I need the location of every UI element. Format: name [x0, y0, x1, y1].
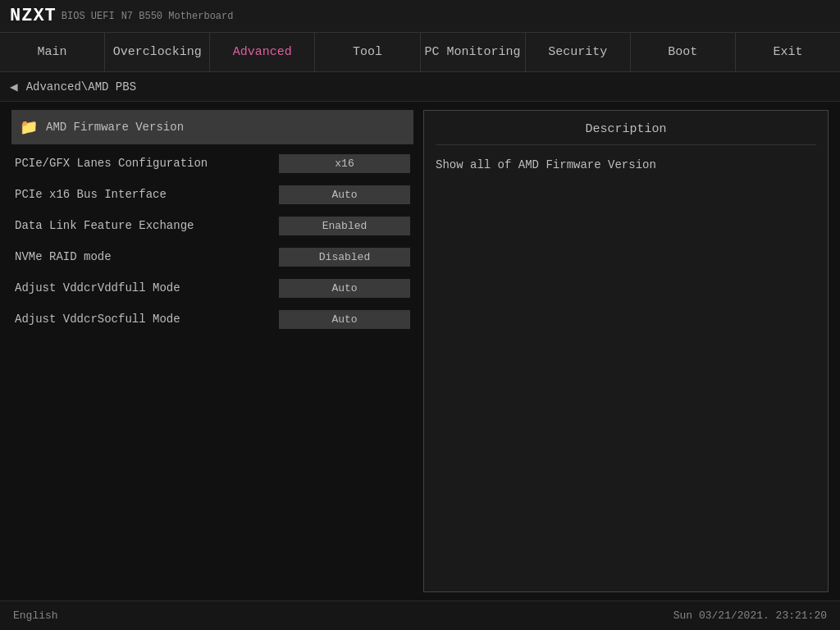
setting-value[interactable]: Auto — [279, 185, 410, 204]
setting-label: PCIe/GFX Lanes Configuration — [15, 157, 279, 170]
settings-panel: 📁 AMD Firmware Version PCIe/GFX Lanes Co… — [11, 110, 413, 592]
main-content: 📁 AMD Firmware Version PCIe/GFX Lanes Co… — [0, 102, 840, 600]
nav-tabs: MainOverclockingAdvancedToolPC Monitorin… — [0, 33, 840, 72]
nav-tab-boot[interactable]: Boot — [631, 33, 736, 71]
setting-value[interactable]: Enabled — [279, 217, 410, 235]
setting-label: NVMe RAID mode — [15, 250, 279, 263]
nav-tab-security[interactable]: Security — [526, 33, 631, 71]
logo-bios: BIOS UEFI — [62, 11, 115, 22]
setting-value[interactable]: Disabled — [279, 248, 410, 267]
nav-tab-exit[interactable]: Exit — [736, 33, 840, 71]
setting-row[interactable]: PCIe/GFX Lanes Configurationx16 — [11, 148, 413, 179]
breadcrumb: Advanced\AMD PBS — [26, 80, 136, 94]
nav-tab-pc-monitoring[interactable]: PC Monitoring — [421, 33, 526, 71]
setting-row[interactable]: PCIe x16 Bus InterfaceAuto — [11, 179, 413, 210]
settings-header-label: AMD Firmware Version — [46, 121, 184, 134]
breadcrumb-bar: ◀ Advanced\AMD PBS — [0, 72, 840, 102]
setting-label: Adjust VddcrVddfull Mode — [15, 281, 279, 294]
setting-row[interactable]: NVMe RAID modeDisabled — [11, 241, 413, 272]
footer-language: English — [13, 609, 58, 622]
setting-value[interactable]: Auto — [279, 310, 410, 329]
logo-nzxt: NZXT — [10, 6, 57, 26]
description-body: Show all of AMD Firmware Version — [436, 157, 816, 174]
logo: NZXT BIOS UEFI N7 B550 Motherboard — [10, 6, 233, 26]
settings-header-row[interactable]: 📁 AMD Firmware Version — [11, 110, 413, 144]
folder-icon: 📁 — [20, 118, 38, 136]
setting-label: Data Link Feature Exchange — [15, 219, 279, 232]
nav-tab-tool[interactable]: Tool — [315, 33, 420, 71]
setting-value[interactable]: Auto — [279, 279, 410, 298]
nav-tab-advanced[interactable]: Advanced — [210, 33, 315, 71]
description-title: Description — [436, 122, 816, 145]
setting-row[interactable]: Adjust VddcrVddfull ModeAuto — [11, 272, 413, 304]
back-arrow-icon[interactable]: ◀ — [10, 79, 18, 95]
setting-label: PCIe x16 Bus Interface — [15, 188, 279, 201]
logo-model: N7 B550 Motherboard — [121, 11, 234, 22]
settings-rows: PCIe/GFX Lanes Configurationx16PCIe x16 … — [11, 148, 413, 335]
footer-datetime: Sun 03/21/2021. 23:21:20 — [673, 609, 827, 622]
nav-tab-overclocking[interactable]: Overclocking — [105, 33, 210, 71]
nav-tab-main[interactable]: Main — [0, 33, 105, 71]
setting-row[interactable]: Adjust VddcrSocfull ModeAuto — [11, 304, 413, 335]
setting-label: Adjust VddcrSocfull Mode — [15, 313, 279, 326]
setting-value[interactable]: x16 — [279, 154, 410, 173]
setting-row[interactable]: Data Link Feature ExchangeEnabled — [11, 210, 413, 241]
description-panel: Description Show all of AMD Firmware Ver… — [423, 110, 829, 592]
footer: English Sun 03/21/2021. 23:21:20 — [0, 600, 840, 630]
header-bar: NZXT BIOS UEFI N7 B550 Motherboard — [0, 0, 840, 33]
